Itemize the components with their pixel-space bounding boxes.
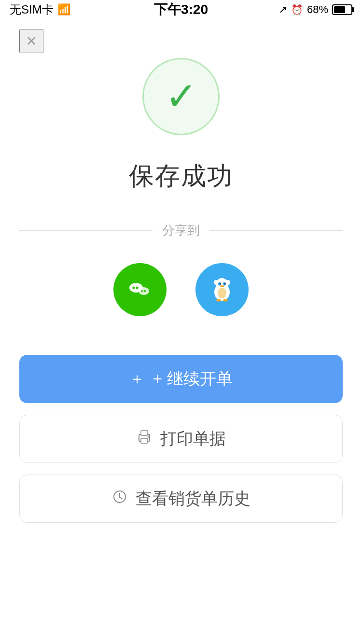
wechat-icon (125, 275, 154, 304)
success-title: 保存成功 (129, 159, 233, 193)
status-left: 无SIM卡 📶 (10, 2, 70, 17)
continue-new-button[interactable]: ＋ + 继续开单 (19, 355, 343, 403)
svg-rect-20 (141, 431, 148, 435)
qq-icon (208, 275, 237, 305)
status-right: ↗ ⏰ 68% (278, 3, 352, 16)
svg-point-12 (220, 285, 224, 287)
divider-right (209, 230, 343, 231)
wechat-share-button[interactable] (113, 263, 167, 316)
svg-point-13 (218, 288, 226, 298)
checkmark-icon: ✓ (165, 77, 197, 116)
action-buttons: ＋ + 继续开单 打印单据 查看销货单 (0, 355, 362, 523)
battery-fill (334, 6, 345, 13)
share-icons (113, 263, 249, 316)
plus-icon: ＋ (129, 368, 145, 390)
svg-point-11 (224, 283, 226, 285)
print-label: 打印单据 (160, 428, 226, 450)
svg-point-10 (220, 283, 221, 285)
main-content: ✓ 保存成功 分享到 (0, 19, 362, 523)
status-time: 下午3:20 (154, 0, 208, 19)
svg-point-15 (223, 299, 228, 302)
history-button[interactable]: 查看销货单历史 (19, 475, 343, 523)
location-icon: ↗ (278, 3, 287, 16)
share-divider: 分享到 (0, 222, 362, 239)
close-icon: × (26, 32, 36, 50)
alarm-icon: ⏰ (291, 4, 303, 15)
battery-box (332, 4, 352, 15)
continue-new-label: + 继续开单 (153, 368, 232, 390)
battery-indicator (332, 4, 352, 15)
svg-point-16 (214, 280, 218, 285)
close-button[interactable]: × (19, 29, 43, 53)
history-label: 查看销货单历史 (136, 488, 251, 510)
svg-point-1 (133, 287, 135, 289)
svg-point-21 (148, 436, 149, 438)
svg-rect-19 (141, 438, 148, 443)
share-label: 分享到 (153, 222, 209, 239)
wifi-icon: 📶 (57, 3, 70, 16)
svg-point-17 (226, 280, 230, 285)
print-button[interactable]: 打印单据 (19, 415, 343, 463)
svg-point-5 (144, 290, 146, 292)
success-circle: ✓ (142, 58, 220, 135)
qq-share-button[interactable] (195, 263, 249, 316)
status-bar: 无SIM卡 📶 下午3:20 ↗ ⏰ 68% (0, 0, 362, 19)
battery-percent: 68% (307, 3, 328, 16)
svg-point-4 (141, 290, 143, 292)
svg-point-14 (216, 299, 221, 302)
print-icon (136, 429, 153, 449)
carrier-text: 无SIM卡 (10, 2, 54, 17)
divider-left (19, 230, 153, 231)
svg-point-2 (136, 287, 139, 289)
svg-line-24 (120, 497, 122, 499)
history-icon (111, 489, 128, 509)
